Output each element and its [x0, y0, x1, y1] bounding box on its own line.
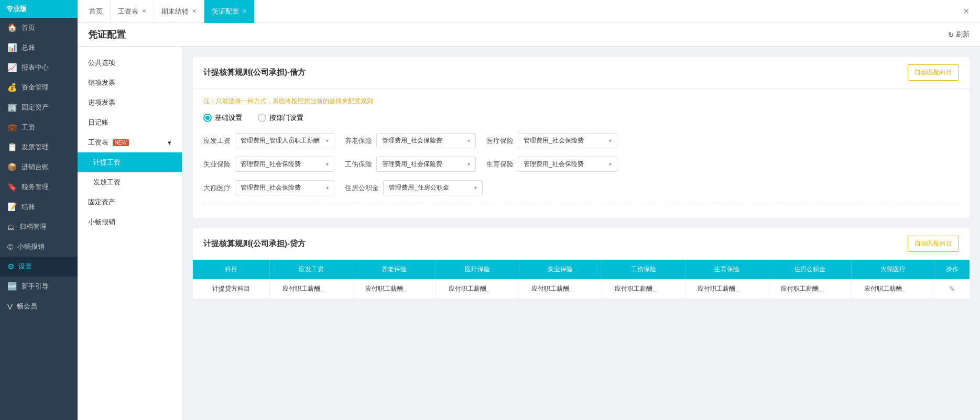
debit-section-header: 计提核算规则(公司承担)-借方 自动匹配科目: [193, 57, 970, 89]
funds-icon: 💰: [7, 83, 17, 92]
left-nav-sales-invoice[interactable]: 销项发票: [78, 73, 182, 93]
ledger-icon: 📊: [7, 43, 17, 52]
chevron-down-icon: ▾: [609, 161, 612, 167]
credit-table-body: 计提贷方科目 应付职工薪酬_ 应付职工薪酬_ 应付职工薪酬_: [193, 279, 970, 299]
main-area: 首页 工资表 ✕ 期末结转 ✕ 凭证配置 ✕ ✕ 凭证配置 ↻ 刷新 公共选项: [78, 0, 980, 420]
col-large-medical: 大额医疗: [851, 260, 934, 279]
sidebar-item-label: 进销台账: [21, 162, 49, 172]
refresh-icon: ↻: [948, 31, 954, 39]
unemployment-select[interactable]: 管理费用_社会保险费 ▾: [235, 157, 334, 172]
sidebar: 专业版 🏠 首页 📊 总账 📈 报表中心 💰 资金管理 🏢 固定资产 💼 工资 …: [0, 0, 78, 420]
field-large-medical: 大额医疗 管理费用_社会保险费 ▾: [203, 180, 334, 195]
sidebar-item-label: 新手引导: [21, 282, 49, 291]
tab-voucher-config[interactable]: 凭证配置 ✕: [204, 0, 255, 23]
content-layout: 公共选项 销项发票 进项发票 日记账 工资表 NEW ▾ 计提工资: [78, 47, 980, 420]
main-content: 计提核算规则(公司承担)-借方 自动匹配科目 注：只能选择一种方式，系统将按照您…: [182, 47, 980, 420]
salary-label: 应发工资: [203, 136, 231, 146]
credit-table: 科目 应发工资 养老保险 医疗保险 失业保险 工伤保险 生育保险 住房公积金 大…: [193, 260, 970, 299]
row-subject: 计提贷方科目: [193, 279, 270, 299]
refresh-label: 刷新: [956, 30, 970, 39]
close-salary-table-icon[interactable]: ✕: [141, 8, 146, 15]
workinjury-select[interactable]: 管理费用_社会保险费 ▾: [376, 157, 476, 172]
sidebar-item-salary[interactable]: 💼 工资: [0, 117, 78, 137]
sidebar-item-assets[interactable]: 🏢 固定资产: [0, 97, 78, 117]
sidebar-item-invoice[interactable]: 📋 发票管理: [0, 137, 78, 157]
sidebar-item-reports[interactable]: 📈 报表中心: [0, 58, 78, 78]
radio-department[interactable]: 按部门设置: [258, 113, 303, 123]
divider: [203, 204, 959, 204]
tab-period-close[interactable]: 期末结转 ✕: [154, 0, 204, 23]
left-nav-calc-salary[interactable]: 计提工资: [78, 152, 182, 172]
left-nav-journal[interactable]: 日记账: [78, 113, 182, 132]
refresh-button[interactable]: ↻ 刷新: [948, 30, 970, 39]
pension-select[interactable]: 管理费用_社会保险费 ▾: [376, 133, 476, 148]
radio-department-circle: [258, 114, 266, 122]
close-period-close-icon[interactable]: ✕: [192, 8, 197, 15]
medical-label: 医疗保险: [486, 136, 514, 146]
col-unemployment: 失业保险: [519, 260, 602, 279]
sidebar-item-label: 报表中心: [21, 63, 49, 72]
salary-table-tab-label: 工资表: [118, 7, 138, 16]
pension-label: 养老保险: [345, 136, 372, 146]
field-medical: 医疗保险 管理费用_社会保险费 ▾: [486, 133, 617, 148]
sidebar-item-xiaochang[interactable]: © 小畅报销: [0, 237, 78, 257]
salary-select[interactable]: 管理费用_管理人员职工薪酬 ▾: [235, 133, 334, 148]
sidebar-item-label: 发票管理: [21, 142, 49, 152]
field-workinjury: 工伤保险 管理费用_社会保险费 ▾: [345, 157, 476, 172]
left-nav-fixed-assets[interactable]: 固定资产: [78, 192, 182, 212]
tab-salary-table[interactable]: 工资表 ✕: [111, 0, 154, 23]
sidebar-item-home[interactable]: 🏠 首页: [0, 18, 78, 38]
large-medical-select[interactable]: 管理费用_社会保险费 ▾: [235, 180, 334, 195]
radio-basic[interactable]: 基础设置: [203, 113, 242, 123]
housing-fund-select[interactable]: 管理费用_住房公积金 ▾: [383, 180, 483, 195]
credit-auto-match-button[interactable]: 自动匹配科目: [908, 236, 959, 252]
tab-home[interactable]: 首页: [82, 0, 111, 23]
sidebar-item-settings[interactable]: ⚙ 设置: [0, 257, 78, 277]
sidebar-item-tax[interactable]: 🔖 税务管理: [0, 177, 78, 197]
row-unemployment-val: 应付职工薪酬_: [519, 279, 602, 299]
maternity-select[interactable]: 管理费用_社会保险费 ▾: [518, 157, 617, 172]
sidebar-item-label: 小畅报销: [17, 242, 45, 251]
chevron-down-icon: ▾: [609, 138, 612, 143]
row-action[interactable]: ✎: [934, 279, 970, 299]
sidebar-item-vip[interactable]: V 畅会员: [0, 296, 78, 316]
medical-select[interactable]: 管理费用_社会保险费 ▾: [518, 133, 617, 148]
expand-icon: ▾: [168, 139, 171, 147]
col-salary: 应发工资: [270, 260, 353, 279]
row-pension-val: 应付职工薪酬_: [353, 279, 436, 299]
large-medical-label: 大额医疗: [203, 183, 231, 193]
left-nav-purchase-invoice[interactable]: 进项发票: [78, 93, 182, 113]
home-tab-label: 首页: [89, 7, 103, 16]
archive-icon: 🗂: [7, 223, 15, 231]
sidebar-item-ledger[interactable]: 📊 总账: [0, 38, 78, 58]
sidebar-item-funds[interactable]: 💰 资金管理: [0, 78, 78, 97]
sidebar-item-purchase[interactable]: 📦 进销台账: [0, 157, 78, 177]
salary-icon: 💼: [7, 123, 17, 132]
left-nav-xiaochang-expense[interactable]: 小畅报销: [78, 212, 182, 232]
col-medical: 医疗保险: [436, 260, 519, 279]
sidebar-item-settlement[interactable]: 📝 结账: [0, 197, 78, 217]
row-maternity-val: 应付职工薪酬_: [685, 279, 768, 299]
sidebar-header: 专业版: [0, 0, 78, 18]
page-header: 凭证配置 ↻ 刷新: [78, 23, 980, 47]
debit-auto-match-button[interactable]: 自动匹配科目: [908, 64, 959, 81]
chevron-down-icon: ▾: [467, 161, 470, 167]
sidebar-item-guide[interactable]: 🆕 新手引导: [0, 277, 78, 296]
edit-icon[interactable]: ✎: [949, 285, 955, 293]
left-nav-public[interactable]: 公共选项: [78, 53, 182, 73]
workinjury-label: 工伤保险: [345, 160, 372, 169]
col-pension: 养老保险: [353, 260, 436, 279]
salary-select-value: 管理费用_管理人员职工薪酬: [241, 136, 320, 145]
chevron-down-icon: ▾: [326, 161, 329, 167]
sidebar-item-label: 设置: [18, 262, 32, 271]
window-close-button[interactable]: ✕: [956, 6, 976, 16]
left-nav-salary-table[interactable]: 工资表 NEW ▾: [78, 132, 182, 152]
close-voucher-config-icon[interactable]: ✕: [242, 8, 247, 15]
sidebar-item-label: 畅会员: [17, 302, 37, 311]
sidebar-item-label: 固定资产: [21, 103, 49, 112]
debit-section-title: 计提核算规则(公司承担)-借方: [203, 68, 306, 78]
sidebar-item-archive[interactable]: 🗂 归档管理: [0, 217, 78, 237]
debit-section-body: 注：只能选择一种方式，系统将按照您当前的选择来配置规则 基础设置 按部门设置: [193, 89, 970, 218]
row-large-medical-val: 应付职工薪酬_: [851, 279, 934, 299]
left-nav-pay-salary[interactable]: 发放工资: [78, 172, 182, 192]
